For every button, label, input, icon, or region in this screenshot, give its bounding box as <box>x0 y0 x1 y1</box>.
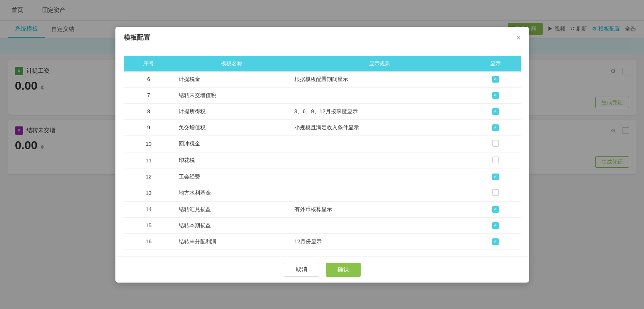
cell-name-3: 免交增值税 <box>174 119 289 135</box>
checkbox-4[interactable] <box>492 140 499 147</box>
checkbox-8[interactable] <box>492 206 499 213</box>
cell-no-1: 7 <box>124 87 174 103</box>
cell-rule-10: 12月份显示 <box>290 233 470 250</box>
cell-rule-2: 3、6、9、12月按季度显示 <box>290 103 470 119</box>
cell-check-0 <box>470 71 521 88</box>
cell-name-5: 印花税 <box>174 152 289 169</box>
cell-rule-7 <box>290 185 470 201</box>
table-row: 7结转未交增值税 <box>124 87 521 103</box>
checkbox-6[interactable] <box>492 174 499 180</box>
cell-name-6: 工会经费 <box>174 169 289 185</box>
table-row: 6计提税金根据模板配置期间显示 <box>124 71 521 88</box>
cell-no-10: 16 <box>124 233 174 250</box>
cell-name-7: 地方水利基金 <box>174 185 289 201</box>
table-row: 8计提所得税3、6、9、12月按季度显示 <box>124 103 521 119</box>
cancel-button[interactable]: 取消 <box>284 263 319 277</box>
cell-rule-3: 小规模且满足收入条件显示 <box>290 119 470 135</box>
cell-name-4: 回冲税金 <box>174 135 289 152</box>
table-row: 15结转本期损益 <box>124 217 521 233</box>
cell-rule-8: 有外币核算显示 <box>290 201 470 217</box>
cell-check-7 <box>470 185 521 201</box>
cell-check-9 <box>470 217 521 233</box>
cell-check-10 <box>470 233 521 250</box>
checkbox-9[interactable] <box>492 222 499 229</box>
cell-no-7: 13 <box>124 185 174 201</box>
checkbox-3[interactable] <box>492 124 499 131</box>
table-row: 11印花税 <box>124 152 521 169</box>
modal-body: 序号 模板名称 显示规则 显示 6计提税金根据模板配置期间显示7结转未交增值税8… <box>115 49 529 257</box>
table-row: 13地方水利基金 <box>124 185 521 201</box>
cell-rule-5 <box>290 152 470 169</box>
cell-name-1: 结转未交增值税 <box>174 87 289 103</box>
cell-rule-0: 根据模板配置期间显示 <box>290 71 470 88</box>
cell-no-5: 11 <box>124 152 174 169</box>
cell-no-4: 10 <box>124 135 174 152</box>
table-header-row: 序号 模板名称 显示规则 显示 <box>124 56 521 71</box>
cell-no-3: 9 <box>124 119 174 135</box>
table-row: 14结转汇兑损益有外币核算显示 <box>124 201 521 217</box>
col-header-rule: 显示规则 <box>290 56 470 71</box>
modal-template-config: 模板配置 × 序号 模板名称 显示规则 显示 6计提税金根据模板配置期间显示7结… <box>115 27 529 283</box>
cell-rule-1 <box>290 87 470 103</box>
table-body: 6计提税金根据模板配置期间显示7结转未交增值税8计提所得税3、6、9、12月按季… <box>124 71 521 250</box>
cell-name-8: 结转汇兑损益 <box>174 201 289 217</box>
modal-header: 模板配置 × <box>115 27 529 49</box>
col-header-name: 模板名称 <box>174 56 289 71</box>
cell-no-9: 15 <box>124 217 174 233</box>
modal-overlay: 模板配置 × 序号 模板名称 显示规则 显示 6计提税金根据模板配置期间显示7结… <box>0 0 644 309</box>
table-row: 12工会经费 <box>124 169 521 185</box>
table-row: 16结转未分配利润12月份显示 <box>124 233 521 250</box>
checkbox-0[interactable] <box>492 76 499 83</box>
cell-check-5 <box>470 152 521 169</box>
checkbox-5[interactable] <box>492 157 499 163</box>
checkbox-7[interactable] <box>492 189 499 196</box>
cell-rule-4 <box>290 135 470 152</box>
cell-check-1 <box>470 87 521 103</box>
cell-name-2: 计提所得税 <box>174 103 289 119</box>
cell-name-10: 结转未分配利润 <box>174 233 289 250</box>
cell-no-8: 14 <box>124 201 174 217</box>
confirm-button[interactable]: 确认 <box>326 263 361 277</box>
cell-rule-6 <box>290 169 470 185</box>
cell-check-6 <box>470 169 521 185</box>
table-row: 9免交增值税小规模且满足收入条件显示 <box>124 119 521 135</box>
col-header-display: 显示 <box>470 56 521 71</box>
cell-name-0: 计提税金 <box>174 71 289 88</box>
cell-no-2: 8 <box>124 103 174 119</box>
cell-rule-9 <box>290 217 470 233</box>
cell-check-3 <box>470 119 521 135</box>
checkbox-1[interactable] <box>492 92 499 99</box>
cell-name-9: 结转本期损益 <box>174 217 289 233</box>
cell-check-4 <box>470 135 521 152</box>
modal-close-button[interactable]: × <box>516 34 521 41</box>
modal-footer: 取消 确认 <box>115 257 529 283</box>
config-table: 序号 模板名称 显示规则 显示 6计提税金根据模板配置期间显示7结转未交增值税8… <box>124 56 521 250</box>
cell-no-6: 12 <box>124 169 174 185</box>
col-header-no: 序号 <box>124 56 174 71</box>
table-row: 10回冲税金 <box>124 135 521 152</box>
modal-title: 模板配置 <box>124 33 150 42</box>
cell-check-8 <box>470 201 521 217</box>
checkbox-2[interactable] <box>492 108 499 115</box>
cell-no-0: 6 <box>124 71 174 88</box>
checkbox-10[interactable] <box>492 238 499 245</box>
cell-check-2 <box>470 103 521 119</box>
